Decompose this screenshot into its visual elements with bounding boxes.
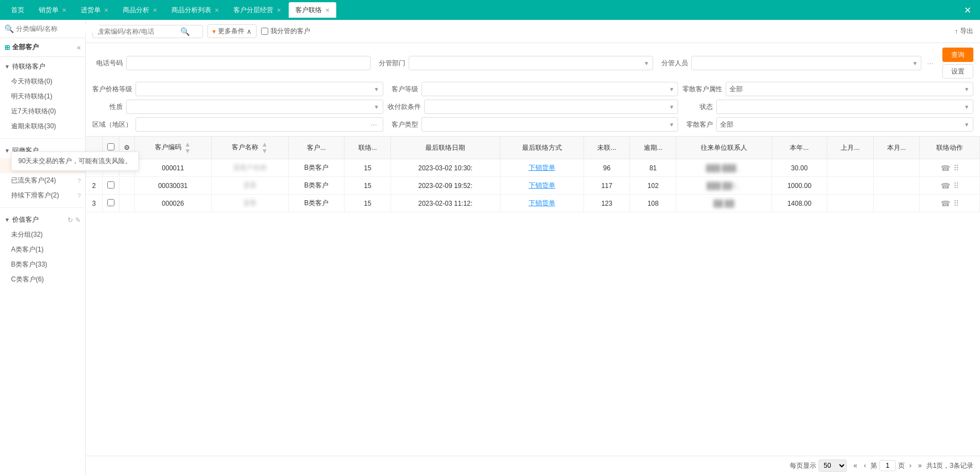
sidebar-item-class-c[interactable]: C类客户(6) — [0, 272, 85, 287]
export-btn[interactable]: ↑ 导出 — [955, 27, 973, 36]
sidebar-search-input[interactable] — [16, 25, 99, 33]
page-input[interactable] — [879, 460, 896, 471]
col-this-month[interactable]: 本月... — [873, 137, 920, 159]
sidebar-item-week[interactable]: 近7天待联络(0) — [0, 104, 85, 119]
declining-question-icon[interactable]: ? — [77, 192, 81, 199]
retail-attr-select[interactable]: 全部 ▼ — [726, 82, 973, 96]
page-size-select[interactable]: 50 100 — [819, 460, 847, 472]
sidebar-collapse-btn[interactable]: « — [77, 44, 81, 51]
status-select[interactable]: ▼ — [716, 100, 973, 114]
level-select[interactable]: ▼ — [421, 82, 679, 96]
tab-customer-link[interactable]: 客户联络 ✕ — [289, 2, 336, 18]
tab-analysis[interactable]: 商品分析 ✕ — [116, 2, 164, 18]
tab-sales[interactable]: 销货单 ✕ — [32, 2, 73, 18]
cust-type-select[interactable]: ▼ — [421, 117, 679, 132]
region-more-btn[interactable]: ··· — [368, 120, 379, 129]
value-edit-icon[interactable]: ✎ — [75, 216, 81, 224]
tab-purchase-close[interactable]: ✕ — [104, 7, 108, 13]
sidebar-item-already-lost[interactable]: 已流失客户(24) ? — [0, 173, 85, 188]
dept-arrow-icon: ▼ — [644, 60, 649, 66]
action-phone-icon[interactable]: ☎ — [941, 181, 950, 190]
action-phone-icon[interactable]: ☎ — [941, 199, 950, 208]
grid-icon: ⊞ — [4, 44, 10, 51]
payment-select[interactable]: ▼ — [424, 100, 679, 114]
sidebar-group-value-title[interactable]: ▼ 价值客户 ↻ ✎ — [0, 212, 85, 227]
col-name[interactable]: 客户名称 ▲▼ — [211, 137, 288, 159]
col-uncontacted[interactable]: 未联... — [583, 137, 630, 159]
price-level-select[interactable]: ▼ — [135, 82, 383, 96]
cell-checkbox[interactable] — [102, 195, 119, 212]
tab-sales-close[interactable]: ✕ — [62, 7, 66, 13]
sidebar-all-customers-header[interactable]: ⊞ 全部客户 « — [0, 38, 85, 57]
action-more-icon[interactable]: ⠿ — [953, 164, 959, 173]
tab-customer-segment-close[interactable]: ✕ — [277, 7, 281, 13]
cell-checkbox[interactable] — [102, 177, 119, 195]
first-page-btn[interactable]: « — [851, 461, 859, 471]
retail-select[interactable]: 全部 ▼ — [716, 117, 973, 132]
next-page-btn[interactable]: › — [907, 461, 914, 471]
col-last-date[interactable]: 最后联络日期 — [390, 137, 500, 159]
col-this-year[interactable]: 本年... — [772, 137, 827, 159]
my-customers-checkbox[interactable] — [261, 28, 268, 35]
col-action[interactable]: 联络动作 — [920, 137, 980, 159]
filter-btn[interactable]: ▾ 更多条件 ∧ — [207, 24, 257, 38]
filter-field-payment: 收付款条件 ▼ — [388, 100, 679, 114]
search-input[interactable] — [97, 28, 180, 35]
last-method-link[interactable]: 下销货单 — [529, 164, 555, 171]
sidebar-item-class-a[interactable]: A类客户(1) — [0, 242, 85, 257]
region-label: 区域（地区） — [92, 120, 132, 129]
sidebar-item-class-b[interactable]: B类客户(33) — [0, 257, 85, 272]
already-lost-question-icon[interactable]: ? — [77, 178, 81, 184]
nature-select[interactable]: ▼ — [126, 100, 383, 114]
tab-analysis-close[interactable]: ✕ — [153, 7, 157, 13]
col-type[interactable]: 客户... — [288, 137, 344, 159]
col-contact[interactable]: 联络... — [345, 137, 391, 159]
tab-purchase[interactable]: 进货单 ✕ — [74, 2, 115, 18]
retail-attr-text: 全部 — [729, 85, 962, 94]
row-checkbox[interactable] — [107, 199, 114, 206]
cell-this-month — [873, 159, 920, 177]
col-overdue[interactable]: 逾期... — [630, 137, 676, 159]
tab-analysis-list-close[interactable]: ✕ — [215, 7, 219, 13]
sidebar-item-declining[interactable]: 持续下滑客户(2) ? — [0, 188, 85, 203]
person-more-btn[interactable]: ··· — [925, 59, 936, 67]
col-last-method[interactable]: 最后联络方式 — [500, 137, 583, 159]
action-more-icon[interactable]: ⠿ — [953, 181, 959, 190]
tab-home[interactable]: 首页 — [4, 2, 31, 18]
query-button[interactable]: 查询 — [942, 48, 973, 62]
last-method-link[interactable]: 下销货单 — [529, 181, 555, 189]
col-company-contact[interactable]: 往来单位联系人 — [676, 137, 772, 159]
window-close-button[interactable]: ✕ — [960, 5, 976, 15]
action-more-icon[interactable]: ⠿ — [953, 199, 959, 208]
sidebar-item-overdue[interactable]: 逾期未联络(30) — [0, 119, 85, 134]
tab-customer-segment[interactable]: 客户分层经营 ✕ — [227, 2, 288, 18]
col-code[interactable]: 客户编码 ▲▼ — [134, 137, 211, 159]
phone-input[interactable] — [126, 56, 371, 70]
page-label: 第 — [870, 461, 877, 471]
value-refresh-icon[interactable]: ↻ — [67, 216, 73, 224]
person-select[interactable]: ▼ — [691, 56, 921, 70]
value-group-label: 价值客户 — [12, 215, 39, 225]
sidebar-item-tomorrow[interactable]: 明天待联络(1) — [0, 89, 85, 104]
sidebar-item-ungroup[interactable]: 未分组(32) — [0, 227, 85, 242]
search-icon[interactable]: 🔍 — [180, 27, 190, 36]
table-header-row: ⚙ 客户编码 ▲▼ 客户名称 ▲▼ 客户... 联络... 最后联络日期 最后联… — [86, 137, 980, 159]
export-icon: ↑ — [955, 28, 958, 35]
cell-action: ☎ ⠿ — [920, 195, 980, 212]
tab-customer-link-close[interactable]: ✕ — [325, 7, 330, 13]
last-method-link[interactable]: 下销货单 — [529, 199, 555, 207]
dept-select[interactable]: ▼ — [409, 56, 653, 70]
col-last-month[interactable]: 上月... — [827, 137, 874, 159]
select-all-checkbox[interactable] — [107, 143, 114, 150]
region-select[interactable]: ··· — [135, 117, 383, 132]
prev-page-btn[interactable]: ‹ — [862, 461, 868, 471]
row-checkbox[interactable] — [107, 181, 114, 189]
cust-type-label: 客户类型 — [388, 120, 418, 129]
sidebar-item-today[interactable]: 今天待联络(0) — [0, 74, 85, 89]
tab-analysis-list[interactable]: 商品分析列表 ✕ — [165, 2, 226, 18]
last-page-btn[interactable]: » — [916, 461, 924, 471]
sidebar-group-pending-title[interactable]: ▼ 待联络客户 — [0, 59, 85, 74]
setting-button[interactable]: 设置 — [942, 64, 973, 79]
my-customers-checkbox-wrap[interactable]: 我分管的客户 — [261, 27, 310, 36]
action-phone-icon[interactable]: ☎ — [941, 164, 950, 173]
